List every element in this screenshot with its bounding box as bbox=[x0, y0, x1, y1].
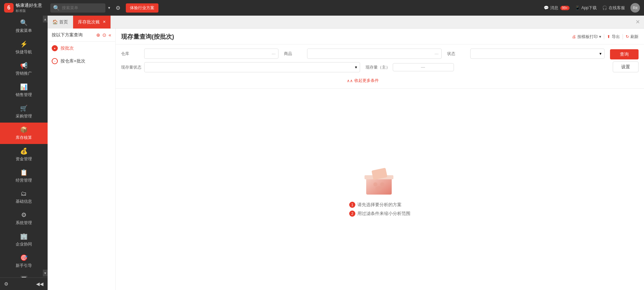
trial-btn[interactable]: 体验行业方案 bbox=[126, 3, 158, 13]
headset-icon: 🎧 bbox=[602, 5, 607, 10]
sidebar-item-basic[interactable]: 🗂 基础信息 bbox=[0, 187, 48, 208]
message-label: 消息 bbox=[550, 5, 558, 11]
sidebar-item-operations[interactable]: 📋 经营管理 bbox=[0, 165, 48, 187]
page-title: 现存量查询(按批次) bbox=[121, 33, 174, 41]
sidebar-item-purchase[interactable]: 🛒 采购管理 bbox=[0, 101, 48, 123]
scheme-collapse-btn[interactable]: « bbox=[108, 32, 111, 38]
sidebar-item-inventory[interactable]: 📦 库存核算 bbox=[0, 123, 48, 144]
divider-2 bbox=[623, 34, 623, 39]
tab-home-label: 首页 bbox=[59, 19, 68, 25]
empty-text: 1 请先选择要分析的方案 2 用过滤条件来缩小分析范围 bbox=[349, 202, 410, 217]
query-btn[interactable]: 查询 bbox=[610, 49, 639, 59]
tab-close-btn[interactable]: ✕ bbox=[103, 20, 106, 24]
product-label: 商品 bbox=[284, 51, 304, 57]
status-label: 状态 bbox=[447, 51, 468, 57]
page-content: 按以下方案查询 ⊕ ⊙ « ● 按批次 bbox=[48, 29, 644, 290]
filter-stock-status-field: 现存量状态 ▾ bbox=[121, 62, 360, 72]
sidebar-label-sales: 销售管理 bbox=[16, 92, 32, 98]
scheme-item-batch[interactable]: ● 按批次 bbox=[48, 42, 115, 55]
chevron-left-icon: « bbox=[108, 32, 111, 38]
avatar: Rit bbox=[630, 3, 640, 13]
sidebar-item-system[interactable]: ⚙ 系统管理 bbox=[0, 208, 48, 229]
sidebar-icon-appmarket: 🔲 bbox=[20, 275, 28, 277]
sidebar-item-search[interactable]: 🔍 搜索菜单 bbox=[0, 16, 48, 37]
tab-inventory-batch[interactable]: 库存批次账 ✕ bbox=[73, 16, 111, 29]
main-layout: ▲ 🔍 搜索菜单 ⚡ 快捷导航 📢 营销推广 📊 销售管理 🛒 采购管理 📦 库… bbox=[0, 16, 644, 290]
sidebar-icon-basic: 🗂 bbox=[21, 190, 27, 197]
header-dropdown-btn[interactable]: ▾ bbox=[108, 5, 110, 10]
sidebar-item-marketing[interactable]: 📢 营销推广 bbox=[0, 58, 48, 80]
product-dots: ··· bbox=[435, 51, 439, 56]
sidebar-item-appmarket[interactable]: 🔲 应用中心 bbox=[0, 272, 48, 277]
app-download-label: App下载 bbox=[581, 5, 597, 11]
sidebar-item-sales[interactable]: 📊 销售管理 bbox=[0, 80, 48, 101]
svg-point-4 bbox=[380, 182, 384, 186]
empty-num-2: 2 bbox=[349, 211, 355, 217]
stock-qty-label: 现存量（主） bbox=[366, 65, 390, 70]
sidebar-item-newguide[interactable]: 🎯 新手引导 bbox=[0, 251, 48, 272]
page-title-actions: 🖨 按模板打印 ▾ ⬆ 导出 ↻ 刷新 bbox=[572, 34, 639, 40]
search-input[interactable] bbox=[62, 5, 103, 10]
sidebar-collapse-btn[interactable]: ◀◀ bbox=[36, 281, 44, 287]
filter-area: 仓库 ··· 商品 bbox=[116, 44, 644, 89]
status-dropdown[interactable]: ▾ bbox=[470, 49, 605, 59]
app-version: 标准版 bbox=[16, 8, 42, 13]
warehouse-label: 仓库 bbox=[121, 51, 141, 57]
empty-hint-1-text: 请先选择要分析的方案 bbox=[357, 202, 402, 208]
sidebar-icon-operations: 📋 bbox=[20, 169, 28, 176]
online-service-action[interactable]: 🎧 在线客服 bbox=[602, 5, 625, 11]
empty-hint-2-text: 用过滤条件来缩小分析范围 bbox=[357, 211, 410, 217]
sidebar-item-quicknav[interactable]: ⚡ 快捷导航 bbox=[0, 37, 48, 58]
sidebar-label-purchase: 采购管理 bbox=[16, 113, 32, 119]
export-label: 导出 bbox=[612, 34, 620, 40]
page-title-bar: 现存量查询(按批次) 🖨 按模板打印 ▾ ⬆ 导出 bbox=[116, 29, 644, 44]
main-area: 现存量查询(按批次) 🖨 按模板打印 ▾ ⬆ 导出 bbox=[116, 29, 644, 290]
stock-qty-min-input[interactable] bbox=[396, 65, 420, 70]
sidebar-item-enterprise[interactable]: 🏢 企业协同 bbox=[0, 229, 48, 251]
home-icon: 🏠 bbox=[52, 19, 58, 24]
sidebar-scroll: 🔍 搜索菜单 ⚡ 快捷导航 📢 营销推广 📊 销售管理 🛒 采购管理 📦 库存核… bbox=[0, 16, 48, 277]
tab-add-btn[interactable]: ✕ bbox=[631, 19, 644, 25]
print-btn[interactable]: 🖨 按模板打印 ▾ bbox=[572, 34, 601, 40]
header-gear-btn[interactable]: ⚙ bbox=[116, 5, 120, 11]
svg-point-3 bbox=[373, 182, 377, 186]
sidebar-scroll-down-btn[interactable]: ▼ bbox=[43, 270, 48, 276]
product-input[interactable]: ··· bbox=[307, 49, 441, 59]
sidebar-label-enterprise: 企业协同 bbox=[16, 241, 32, 247]
sidebar-label-newguide: 新手引导 bbox=[16, 263, 32, 269]
filter-product-field: 商品 ··· bbox=[284, 49, 441, 59]
export-btn[interactable]: ⬆ 导出 bbox=[607, 34, 620, 40]
sidebar-label-search: 搜索菜单 bbox=[16, 28, 32, 34]
range-dash: — bbox=[421, 65, 425, 70]
search-bar[interactable]: 🔍 bbox=[50, 3, 105, 13]
scheme-batch-icon: ● bbox=[52, 45, 58, 51]
sidebar-icon-purchase: 🛒 bbox=[20, 105, 28, 112]
scheme-item-warehouse-batch[interactable]: ○ 按仓库+批次 bbox=[48, 55, 115, 68]
filter-actions-row: ∧∧ 收起更多条件 bbox=[121, 76, 605, 84]
sidebar-icon-finance: 💰 bbox=[20, 147, 28, 155]
empty-num-1: 1 bbox=[349, 202, 355, 208]
stock-status-label: 现存量状态 bbox=[121, 65, 141, 70]
scheme-warehouse-batch-icon: ○ bbox=[52, 58, 58, 64]
scheme-batch-label: 按批次 bbox=[61, 45, 74, 51]
search-icon: 🔍 bbox=[53, 5, 60, 11]
collapse-btn[interactable]: ∧∧ 收起更多条件 bbox=[347, 78, 379, 84]
stock-status-dropdown[interactable]: ▾ bbox=[144, 62, 360, 72]
target-icon: ⊙ bbox=[102, 32, 106, 38]
warehouse-input[interactable]: ··· bbox=[144, 49, 278, 59]
tab-home[interactable]: 🏠 首页 bbox=[48, 16, 73, 29]
chevron-up-icon: ∧∧ bbox=[347, 78, 353, 83]
refresh-btn[interactable]: ↻ 刷新 bbox=[626, 34, 639, 40]
sidebar-settings-btn[interactable]: ⚙ bbox=[4, 281, 9, 287]
app-download-action[interactable]: 📱 App下载 bbox=[575, 5, 597, 11]
sidebar-bottom: ⚙ ◀◀ bbox=[0, 277, 48, 290]
stock-qty-max-input[interactable] bbox=[426, 65, 450, 70]
scheme-settings-btn[interactable]: ⊙ bbox=[102, 32, 106, 38]
filter-row-2: 现存量状态 ▾ 现存量（主） bbox=[121, 62, 605, 72]
message-action[interactable]: 💬 消息 99+ bbox=[544, 5, 570, 11]
filter-settings-btn[interactable]: 设置 bbox=[613, 61, 639, 72]
user-area[interactable]: Rit bbox=[630, 3, 640, 13]
scheme-add-btn[interactable]: ⊕ bbox=[96, 32, 100, 38]
sidebar-item-finance[interactable]: 💰 资金管理 bbox=[0, 144, 48, 165]
divider-1 bbox=[604, 34, 604, 39]
